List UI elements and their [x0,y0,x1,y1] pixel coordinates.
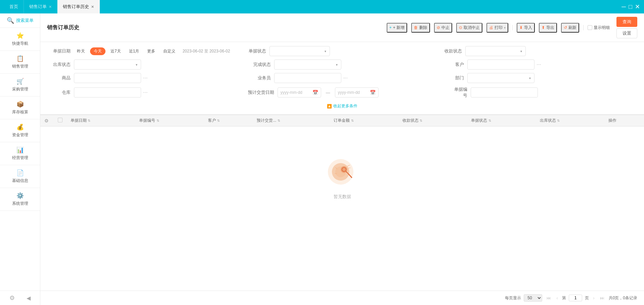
department-select[interactable]: ▾ [467,73,534,83]
collapse-row[interactable]: 🔼 收起更多条件 [47,102,637,110]
th-date-sort[interactable]: ⇅ [88,119,90,122]
customer-dots[interactable]: ··· [536,62,541,68]
export-button[interactable]: ⬆ 导出 [539,23,557,33]
star-icon: ⭐ [16,32,24,39]
sales-icon: 📋 [16,55,24,62]
top-bar-actions: ─ □ ✕ [621,3,640,10]
page-label-after: 页 [585,295,589,301]
tab-sales-order-history[interactable]: 销售订单历史 ✕ [57,0,100,13]
window-minimize[interactable]: ─ [621,3,626,10]
date-control: 昨天 今天 近7天 近1月 更多 自定义 2023-06-02 至 2023-0… [74,47,246,55]
th-actions: 操作 [604,115,644,126]
date-btn-7days[interactable]: 近7天 [108,47,124,55]
expected-date-to[interactable]: yyyy-mm-dd 📅 [335,87,379,98]
order-status-arrow: ▾ [325,49,326,53]
th-delivery-status-label: 出库状态 [540,118,556,123]
next-page-button[interactable]: › [592,295,596,301]
date-btn-today[interactable]: 今天 [90,47,105,55]
sidebar-collapse-icon[interactable]: ◀ [27,295,31,301]
delete-icon: 🗑 [414,25,418,30]
delivery-status-select[interactable]: ▾ [74,60,141,70]
select-all-checkbox[interactable] [58,118,62,122]
tab-sales-order[interactable]: 销售订单 ✕ [24,0,57,13]
operations-icon: 📊 [16,146,24,154]
settings-button[interactable]: 设置 [616,28,637,38]
order-status-select[interactable]: ▾ [269,46,330,56]
tab-sales-order-close[interactable]: ✕ [49,5,52,9]
th-payment-status-sort[interactable]: ⇅ [420,119,422,122]
filter-row-status: 出库状态 ▾ 完成状态 ▾ 客户 [47,60,637,70]
th-amount-sort[interactable]: ⇅ [351,119,354,122]
sidebar-item-inventory[interactable]: 📦 库存核算 [0,97,40,119]
first-page-button[interactable]: ⏮ [545,295,552,301]
sidebar-finance-label: 资金管理 [12,132,28,138]
date-btn-custom[interactable]: 自定义 [160,47,178,55]
import-label: 导入 [524,25,532,31]
display-label: 显示明细 [594,25,610,31]
th-number-sort[interactable]: ⇅ [157,119,159,122]
tab-sales-order-history-close[interactable]: ✕ [91,5,94,9]
th-customer-sort[interactable]: ⇅ [217,119,220,122]
export-icon: ⬆ [542,25,545,30]
display-checkbox-box[interactable] [588,25,592,30]
refresh-button[interactable]: ↺ 刷新 [561,23,579,33]
order-number-input[interactable] [471,87,538,98]
purchase-icon: 🛒 [16,78,24,85]
stop-button[interactable]: ⊘ 中止 [434,23,452,33]
payment-status-arrow: ▾ [520,49,522,53]
display-detail-checkbox[interactable]: 显示明细 [588,25,610,31]
goods-control: ··· [74,73,244,83]
th-amount: 订单金额 ⇅ [330,115,398,126]
table-settings-button[interactable]: ⚙ [44,118,49,123]
import-button[interactable]: ⬇ 导入 [517,23,535,33]
th-expected-date-sort[interactable]: ⇅ [277,119,280,122]
query-button[interactable]: 查询 [616,17,637,27]
last-page-button[interactable]: ⏭ [599,295,606,301]
th-order-status-sort[interactable]: ⇅ [488,119,491,122]
warehouse-select[interactable] [74,87,141,98]
sidebar: 🔍 搜索菜单 ⭐ 快捷导航 📋 销售管理 🛒 采购管理 📦 库存核算 💰 资金管… [0,13,40,305]
import-icon: ⬇ [519,25,523,30]
th-number-label: 单据编号 [139,118,155,123]
sidebar-item-operations[interactable]: 📊 经营管理 [0,142,40,165]
expected-date-control: yyyy-mm-dd 📅 — yyyy-mm-dd 📅 [277,87,444,98]
date-btn-yesterday[interactable]: 昨天 [74,47,88,55]
date-btn-more[interactable]: 更多 [144,47,158,55]
completion-status-arrow: ▾ [336,63,338,67]
print-button[interactable]: 🖨 打印 ▾ [486,23,508,33]
sidebar-item-finance[interactable]: 💰 资金管理 [0,119,40,142]
per-page-select[interactable]: 50 10 20 100 [524,294,542,302]
payment-status-select[interactable]: ▾ [465,46,526,56]
salesperson-dots[interactable]: ··· [343,75,348,81]
completion-status-select[interactable]: ▾ [274,60,341,70]
sidebar-item-quick-nav[interactable]: ⭐ 快捷导航 [0,28,40,51]
warehouse-dots[interactable]: ··· [143,89,147,96]
goods-dots[interactable]: ··· [143,75,147,81]
date-btn-1month[interactable]: 近1月 [126,47,142,55]
prev-page-button[interactable]: ‹ [555,295,559,301]
th-amount-label: 订单金额 [334,118,350,123]
sidebar-item-search[interactable]: 🔍 搜索菜单 [0,13,40,28]
sidebar-item-sales[interactable]: 📋 销售管理 [0,51,40,74]
salesperson-select[interactable] [274,73,341,83]
empty-text: 暂无数据 [334,194,351,200]
expected-date-from[interactable]: yyyy-mm-dd 📅 [277,87,321,98]
th-actions-label: 操作 [608,118,616,123]
cancel-stop-button[interactable]: ⊙ 取消中止 [456,23,482,33]
th-delivery-status: 出库状态 ⇅ [536,115,604,126]
goods-select[interactable] [74,73,141,83]
tab-home[interactable]: 首页 [4,0,24,13]
table-header: ⚙ 单据日期 ⇅ 单据编号 ⇅ [40,115,644,126]
new-button[interactable]: + + 新增 [387,23,407,33]
window-maximize[interactable]: □ [629,3,632,10]
filter-row-date: 单据日期 昨天 今天 近7天 近1月 更多 自定义 2023-06-02 至 2… [47,46,637,56]
delete-button[interactable]: 🗑 删除 [411,23,430,33]
sidebar-settings-icon[interactable]: ⚙ [9,294,15,302]
sidebar-item-system[interactable]: ⚙️ 系统管理 [0,188,40,211]
sidebar-item-purchase[interactable]: 🛒 采购管理 [0,74,40,97]
window-close[interactable]: ✕ [635,3,640,10]
page-input[interactable]: 1 [569,295,582,301]
sidebar-item-basic-info[interactable]: 📄 基础信息 [0,165,40,188]
th-delivery-status-sort[interactable]: ⇅ [557,119,560,122]
customer-select[interactable] [467,60,534,70]
